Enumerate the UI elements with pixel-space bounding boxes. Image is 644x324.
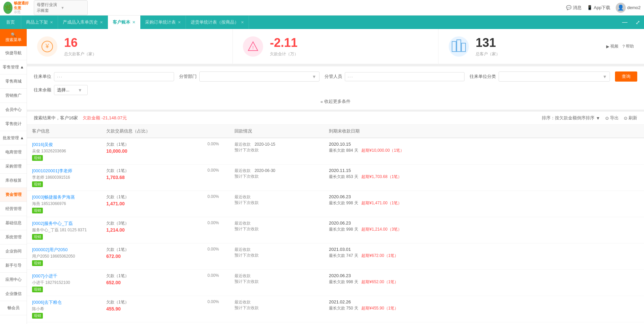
app-center-label: 应用中心	[2, 277, 25, 283]
minimize-window-btn[interactable]: —	[618, 16, 632, 29]
from-unit-input[interactable]: ···	[54, 72, 174, 81]
due-date-value: 2021.03.01	[329, 247, 639, 252]
message-btn[interactable]: 💬 消息	[566, 5, 582, 11]
tab-product-shelf[interactable]: 商品上下架 ✕	[21, 16, 58, 29]
customer-name-link[interactable]: [0001020001]李老师	[32, 168, 96, 174]
overdue-amount-link[interactable]: 超期¥652.00（1笔）	[361, 279, 398, 284]
app-download-btn[interactable]: 📱 App下载	[587, 5, 610, 11]
close-tab-icon[interactable]: ✕	[132, 20, 135, 25]
sidebar-item-enterprise-wechat[interactable]: 企业微信	[0, 287, 27, 301]
sidebar-item-enterprise-collab[interactable]: 企业协同	[0, 244, 27, 259]
tab-bar: 首页 商品上下架 ✕ 产成品入库单历史 ✕ 客户账本 ✕ 采购订单统计表 ✕ 进…	[0, 16, 644, 29]
logo-area: 🌿 畅捷通好生意 示范	[3, 1, 30, 14]
logo-text: 畅捷通好生意	[14, 1, 30, 10]
sidebar-item-member[interactable]: 会员中心	[0, 103, 27, 117]
table-row: [0016]吴俊 吴俊 13026203696 现销 欠款（1笔） 10,000…	[27, 138, 644, 165]
user-menu[interactable]: 👤 demo2	[616, 3, 641, 13]
due-date-cell: 2020.06.23 最长欠款 998 天 超期¥1,214.00（3笔）	[324, 217, 644, 243]
unit-class-select[interactable]: ▼	[499, 71, 610, 82]
sidebar-item-capital[interactable]: 资金管理	[0, 188, 27, 202]
export-icon: ⊙	[605, 116, 609, 121]
overdue-info: 最长欠款 884 天 超期¥10,000.00（1笔）	[329, 148, 639, 153]
sidebar-item-basic-info[interactable]: 基础信息	[0, 216, 27, 230]
overdue-amount-link[interactable]: 超期¥455.90（1笔）	[361, 306, 398, 311]
debt-percent-cell: 0.00%	[202, 243, 229, 270]
filter-group-remainder: 往来余额 选择... ▼	[34, 85, 135, 95]
customer-name-link[interactable]: [0002]服务中心_丁磊	[32, 220, 96, 227]
customer-phone: 李老师 18600391516	[32, 175, 96, 180]
due-date-value: 2020.06.23	[329, 273, 639, 278]
sidebar-item-retail-stats[interactable]: 零售统计	[0, 117, 27, 131]
svg-text:¥: ¥	[45, 43, 49, 50]
sidebar-item-smooth-member[interactable]: 畅会员	[0, 301, 27, 315]
collection-cell: 最近收款 预计下次收款	[229, 322, 324, 324]
close-tab-icon[interactable]: ✕	[50, 20, 53, 25]
sidebar-item-operations[interactable]: 经营管理	[0, 202, 27, 216]
customer-name-link[interactable]: [0007]小进千	[32, 273, 96, 279]
customer-tag: 现销	[32, 234, 43, 240]
collection-cell: 最近收款 2020-10-15 预计下次收款	[229, 138, 324, 165]
help-btn[interactable]: ? 帮助	[622, 43, 634, 49]
sidebar-item-app-center[interactable]: 应用中心	[0, 273, 27, 287]
from-unit-label: 往来单位	[34, 73, 51, 80]
chevron-down-icon: ▼	[61, 6, 85, 10]
maximize-window-btn[interactable]: ⤢	[632, 16, 644, 29]
query-button[interactable]: 查询	[615, 71, 637, 82]
tab-purchase-order[interactable]: 采购订单统计表 ✕	[140, 16, 186, 29]
close-tab-icon[interactable]: ✕	[178, 20, 181, 25]
customer-name-link[interactable]: [0006]去下粮仓	[32, 299, 96, 305]
collapse-button[interactable]: « 收起更多条件	[34, 98, 637, 105]
sidebar-item-inventory[interactable]: 库存核算	[0, 174, 27, 188]
overdue-amount-link[interactable]: 超期¥672.00（1笔）	[361, 253, 398, 258]
video-label: 视频	[610, 43, 618, 49]
customer-name-link[interactable]: [0003]畅捷服务尹海蒸	[32, 194, 96, 200]
debt-info-cell: 欠款（1笔） 1,703.68	[101, 165, 202, 191]
sort-select[interactable]: 排序：按欠款金额倒序排序 ▼	[542, 115, 600, 121]
sidebar-item-purchase[interactable]: 采购管理	[0, 159, 27, 174]
mobile-icon: 📱	[587, 5, 592, 10]
tab-product-history[interactable]: 产成品入库单历史 ✕	[58, 16, 108, 29]
sidebar-item-retail-mall[interactable]: 零售商城	[0, 75, 27, 89]
person-input[interactable]: ···	[345, 72, 465, 81]
overdue-amount-link[interactable]: 超期¥1,703.68（1笔）	[361, 174, 402, 179]
company-selector[interactable]: 母婴行业演示账套 ▼	[34, 0, 88, 15]
sidebar-item-batch-mgmt[interactable]: 批发管理 ▲	[0, 131, 27, 145]
debt-percent-cell: 0.00%	[202, 322, 229, 324]
export-button[interactable]: ⊙ 导出	[605, 115, 619, 121]
collapse-up-icon: «	[320, 99, 323, 104]
recent-collection: 最近收款	[234, 247, 319, 253]
video-btn[interactable]: ▶ 视频	[606, 43, 618, 49]
tab-customer-account[interactable]: 客户账本 ✕	[108, 16, 140, 29]
debt-percent: 0.00%	[207, 142, 224, 146]
tab-stock-stats[interactable]: 进货单统计表（按商品） ✕	[186, 16, 249, 29]
sidebar-item-quick-nav[interactable]: 快捷导航	[0, 46, 27, 60]
due-date-value: 2020.10.15	[329, 142, 639, 147]
refresh-button[interactable]: ⊙ 刷新	[624, 115, 637, 121]
close-tab-icon[interactable]: ✕	[241, 20, 244, 25]
overdue-amount-link[interactable]: 超期¥10,000.00（1笔）	[361, 148, 404, 153]
customer-tag: 现销	[32, 313, 43, 319]
customer-info-cell: [0002]服务中心_丁磊 服务中心_丁磊 181 0125 8371 现销	[27, 217, 101, 243]
dept-select[interactable]: ▼	[199, 71, 319, 82]
customer-name-link[interactable]: [000002]用户2050	[32, 247, 96, 253]
overdue-amount-link[interactable]: 超期¥1,471.00（1笔）	[361, 201, 402, 205]
logo-subtitle: 示范	[14, 10, 30, 14]
remainder-select[interactable]: 选择... ▼	[54, 85, 88, 95]
tab-end-buttons: — ⤢	[618, 16, 644, 29]
th-customer-info: 客户信息	[27, 125, 101, 138]
sidebar-item-retail-mgmt[interactable]: 零售管理 ▲	[0, 60, 27, 75]
sidebar-item-new-guide[interactable]: 新手引导	[0, 259, 27, 273]
th-due-date: 到期未收款日期	[324, 125, 644, 138]
customer-name-link[interactable]: [0016]吴俊	[32, 142, 96, 148]
table-header-row: 客户信息 欠款交易信息（占比） 回款情况 到期未收款日期	[27, 125, 644, 138]
sidebar-item-marketing[interactable]: 营销推广	[0, 89, 27, 103]
close-tab-icon[interactable]: ✕	[100, 20, 103, 25]
overdue-amount-link[interactable]: 超期¥1,214.00（3笔）	[361, 227, 402, 232]
tab-home[interactable]: 首页	[0, 16, 21, 29]
sidebar-item-ecommerce[interactable]: 电商管理	[0, 145, 27, 159]
table-row: [0007]小进千 小进千 18279152100 现销 欠款（1笔） 652.…	[27, 270, 644, 296]
next-collection: 预计下次收款	[234, 200, 319, 206]
customer-tag: 现销	[32, 181, 43, 187]
sidebar-search[interactable]: 🔍 搜索菜单	[0, 29, 27, 46]
sidebar-item-system[interactable]: 系统管理	[0, 230, 27, 244]
